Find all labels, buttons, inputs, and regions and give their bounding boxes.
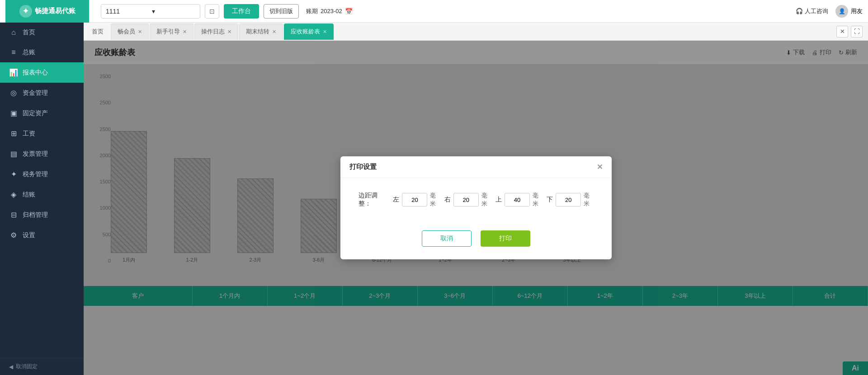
tab-actions: ✕ ⛶ — [836, 26, 866, 38]
margin-right-input[interactable] — [453, 193, 479, 206]
logo-text: 畅捷通易代账 — [35, 7, 75, 15]
collapse-sidebar-button[interactable]: ◀ 取消固定 — [0, 358, 84, 375]
invoice-icon: ▤ — [9, 150, 18, 158]
copy-button[interactable]: ⊡ — [205, 4, 219, 19]
sidebar-item-ledger[interactable]: ≡ 总账 — [0, 42, 84, 62]
page-content: 应收账龄表 ⬇ 下载 🖨 打印 ↻ 刷新 — [84, 41, 868, 375]
consult-button[interactable]: 🎧 人工咨询 — [796, 7, 828, 15]
right-unit: 毫米 — [481, 192, 491, 208]
bottom-label: 下 — [547, 196, 553, 204]
sidebar-item-tax[interactable]: ✦ 税务管理 — [0, 164, 84, 184]
collapse-icon: ◀ — [9, 364, 13, 370]
top-label: 上 — [495, 196, 502, 204]
top-header: ✦ 畅捷通易代账 1111 ▾ ⊡ 工作台 切到旧版 账期 2023-02 📅 … — [0, 0, 868, 23]
margin-bottom-input[interactable] — [556, 193, 581, 206]
settings-icon: ⚙ — [9, 231, 18, 239]
tax-icon: ✦ — [9, 170, 18, 178]
archive-icon: ⊟ — [9, 211, 18, 219]
print-settings-modal: 打印设置 ✕ 边距调整： 左 毫米 右 — [340, 156, 612, 259]
tab-period-end-label: 期末结转 — [246, 28, 269, 36]
margin-left-group: 左 毫米 — [393, 192, 439, 208]
sidebar-label-payroll: 工资 — [23, 130, 35, 138]
sidebar-item-archive[interactable]: ⊟ 归档管理 — [0, 205, 84, 225]
home-icon: ⌂ — [9, 28, 18, 37]
sidebar-label-ledger: 总账 — [23, 48, 35, 56]
modal-footer: 取消 打印 — [340, 221, 612, 259]
main-layout: ⌂ 首页 ≡ 总账 📊 报表中心 ◎ 资金管理 ▣ 固定资产 ⊞ 工资 ▤ 发票… — [0, 23, 868, 375]
tab-aging-close[interactable]: ✕ — [323, 29, 327, 35]
tab-aging-label: 应收账龄表 — [291, 28, 320, 36]
tab-oplog-close[interactable]: ✕ — [227, 29, 231, 35]
tab-member-close[interactable]: ✕ — [138, 29, 142, 35]
margin-left-input[interactable] — [402, 193, 427, 206]
cancel-button[interactable]: 取消 — [422, 230, 472, 247]
period-area: 账期 2023-02 📅 — [306, 7, 353, 15]
payroll-icon: ⊞ — [9, 129, 18, 138]
modal-header: 打印设置 ✕ — [340, 156, 612, 178]
avatar: 👤 — [835, 5, 848, 18]
sidebar-item-home[interactable]: ⌂ 首页 — [0, 23, 84, 42]
company-dropdown-icon: ▾ — [152, 8, 195, 15]
company-name: 1111 — [106, 8, 149, 15]
user-area[interactable]: 👤 用友 — [835, 5, 863, 18]
switch-old-button[interactable]: 切到旧版 — [264, 4, 299, 19]
content-area: 首页 畅会员 ✕ 新手引导 ✕ 操作日志 ✕ 期末结转 ✕ 应收账龄表 ✕ — [84, 23, 868, 375]
logo: ✦ 畅捷通易代账 — [5, 0, 89, 23]
margin-top-input[interactable] — [505, 193, 530, 206]
tab-home[interactable]: 首页 — [85, 23, 110, 40]
tab-oplog[interactable]: 操作日志 ✕ — [194, 23, 238, 40]
tab-member-label: 畅会员 — [118, 28, 135, 36]
sidebar-label-home: 首页 — [23, 28, 35, 37]
top-unit: 毫米 — [533, 192, 542, 208]
sidebar-label-settings: 设置 — [23, 231, 35, 239]
sidebar-item-payroll[interactable]: ⊞ 工资 — [0, 123, 84, 144]
company-selector[interactable]: 1111 ▾ — [101, 4, 200, 19]
close-tab-button[interactable]: ✕ — [836, 26, 848, 38]
tab-guide[interactable]: 新手引导 ✕ — [150, 23, 193, 40]
sidebar-label-assets: 固定资产 — [23, 109, 48, 117]
sidebar: ⌂ 首页 ≡ 总账 📊 报表中心 ◎ 资金管理 ▣ 固定资产 ⊞ 工资 ▤ 发票… — [0, 23, 84, 375]
sidebar-label-tax: 税务管理 — [23, 170, 48, 178]
margin-row: 边距调整： 左 毫米 右 毫米 — [359, 192, 594, 208]
headphone-icon: 🎧 — [796, 8, 803, 14]
modal-overlay: 打印设置 ✕ 边距调整： 左 毫米 右 — [84, 41, 868, 375]
tab-period-end[interactable]: 期末结转 ✕ — [239, 23, 283, 40]
close-period-icon: ◈ — [9, 190, 18, 199]
bottom-unit: 毫米 — [584, 192, 593, 208]
workbench-button[interactable]: 工作台 — [224, 4, 259, 19]
sidebar-item-assets[interactable]: ▣ 固定资产 — [0, 103, 84, 123]
period-label: 账期 — [306, 7, 318, 15]
sidebar-label-archive: 归档管理 — [23, 211, 48, 219]
modal-close-button[interactable]: ✕ — [597, 163, 603, 171]
sidebar-label-reports: 报表中心 — [23, 69, 48, 77]
sidebar-label-funds: 资金管理 — [23, 89, 48, 97]
margin-bottom-group: 下 毫米 — [547, 192, 593, 208]
sidebar-item-funds[interactable]: ◎ 资金管理 — [0, 83, 84, 103]
reports-icon: 📊 — [9, 68, 18, 77]
tab-member[interactable]: 畅会员 ✕ — [111, 23, 149, 40]
tab-oplog-label: 操作日志 — [201, 28, 225, 36]
collapse-label: 取消固定 — [16, 363, 38, 370]
modal-body: 边距调整： 左 毫米 右 毫米 — [340, 178, 612, 221]
margin-adjust-label: 边距调整： — [359, 192, 389, 208]
copy-icon: ⊡ — [209, 8, 215, 15]
sidebar-label-invoice: 发票管理 — [23, 150, 48, 158]
tab-home-label: 首页 — [92, 28, 104, 36]
assets-icon: ▣ — [9, 109, 18, 117]
sidebar-item-invoice[interactable]: ▤ 发票管理 — [0, 144, 84, 164]
user-label: 用友 — [851, 7, 863, 15]
maximize-tab-button[interactable]: ⛶ — [851, 26, 863, 38]
tab-period-end-close[interactable]: ✕ — [272, 29, 276, 35]
logo-icon: ✦ — [19, 5, 32, 18]
tab-guide-close[interactable]: ✕ — [183, 29, 187, 35]
tab-bar: 首页 畅会员 ✕ 新手引导 ✕ 操作日志 ✕ 期末结转 ✕ 应收账龄表 ✕ — [84, 23, 868, 41]
tab-aging[interactable]: 应收账龄表 ✕ — [284, 23, 334, 40]
sidebar-item-close[interactable]: ◈ 结账 — [0, 184, 84, 205]
right-label: 右 — [444, 196, 451, 204]
calendar-icon[interactable]: 📅 — [345, 8, 353, 15]
sidebar-item-settings[interactable]: ⚙ 设置 — [0, 225, 84, 245]
confirm-print-button[interactable]: 打印 — [481, 230, 530, 247]
tab-guide-label: 新手引导 — [156, 28, 180, 36]
sidebar-item-reports[interactable]: 📊 报表中心 — [0, 62, 84, 83]
modal-title: 打印设置 — [349, 163, 377, 171]
